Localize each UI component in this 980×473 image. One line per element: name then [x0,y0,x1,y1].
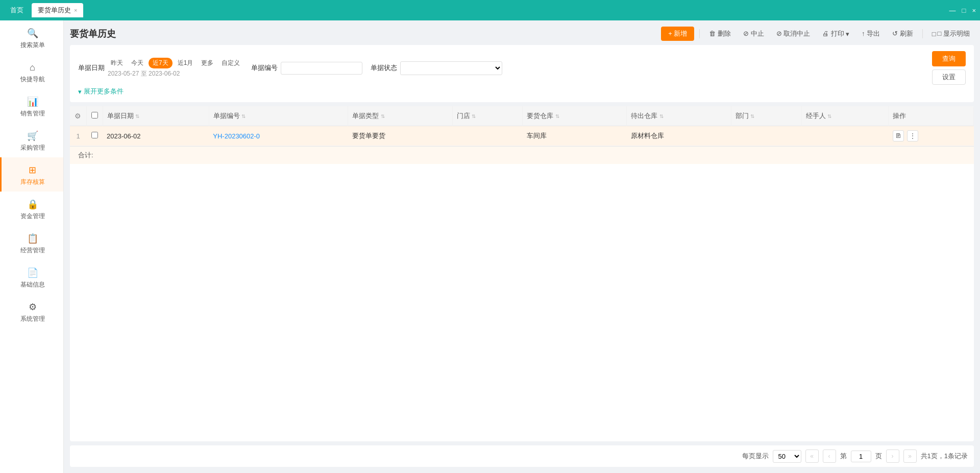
minimize-icon[interactable]: — [949,7,956,14]
close-tab-icon[interactable]: × [74,7,77,13]
row-date: 2023-06-02 [103,126,209,146]
filter-group-status: 单据状态 [371,61,502,75]
print-button[interactable]: 🖨 打印 ▾ [818,27,853,40]
sidebar-item-label-purchase: 采购管理 [20,144,45,152]
date-filter-label: 单据日期 [78,63,105,73]
col-sort-department-icon[interactable]: ⇅ [750,113,754,119]
tab-home-label: 首页 [10,6,23,15]
prev-page-btn[interactable]: ‹ [823,450,836,463]
shortcut-more[interactable]: 更多 [198,58,216,68]
row-reqwarehouse: 车间库 [523,126,627,146]
col-sort-doctype-icon[interactable]: ⇅ [381,113,385,119]
main-layout: 🔍 搜索菜单 ⌂ 快捷导航 📊 销售管理 🛒 采购管理 ⊞ 库存核算 🔒 资金管… [0,20,980,473]
toolbar-divider-2 [922,29,923,38]
select-all-checkbox[interactable] [91,112,98,119]
data-table: ⚙ 单据日期 ⇅ 单据编号 ⇅ [70,106,974,146]
col-settings[interactable]: ⚙ [70,106,86,126]
total-info: 共1页，1条记录 [921,452,968,461]
view-action-icon[interactable]: 🖹 [893,130,904,141]
toolbar: + 新增 🗑 删除 ⊘ 中止 ⊘ 取消中止 🖨 打印 ▾ ↑ 导出 ↺ 刷新 □… [661,27,974,41]
content-area: 要货单历史 + 新增 🗑 删除 ⊘ 中止 ⊘ 取消中止 🖨 打印 ▾ ↑ 导出 … [64,20,980,473]
expand-label: 展开更多条件 [84,87,124,96]
maximize-icon[interactable]: □ [962,7,966,14]
delete-button[interactable]: 🗑 删除 [705,27,735,40]
display-detail-label: □ 显示明细 [938,29,970,38]
row-num: 1 [70,126,86,146]
sidebar-item-label-search-menu: 搜索菜单 [20,41,45,50]
row-doctype: 要货单要货 [348,126,453,146]
tab-home[interactable]: 首页 [4,3,30,17]
sales-icon: 📊 [27,96,38,107]
display-detail-button[interactable]: □ □ 显示明细 [928,27,974,40]
filter-group-date: 单据日期 昨天 今天 近7天 近1月 更多 自定义 2023-05-27 至 2… [78,58,243,78]
shortcut-custom[interactable]: 自定义 [218,58,243,68]
col-header-actions-label: 操作 [893,112,906,120]
sidebar-item-label-operations: 经营管理 [20,246,45,255]
col-header-handler: 经手人 ⇅ [801,106,889,126]
window-controls: — □ × [949,7,976,14]
col-header-reqwarehouse: 要货仓库 ⇅ [523,106,627,126]
row-checkbox[interactable] [91,132,98,138]
col-sort-date-icon[interactable]: ⇅ [135,113,139,119]
row-pendingwarehouse: 原材料仓库 [627,126,731,146]
shortcut-1month[interactable]: 近1月 [175,58,197,68]
last-page-btn[interactable]: » [903,450,917,463]
date-range-text: 2023-05-27 至 2023-06-02 [108,69,243,78]
col-header-actions: 操作 [889,106,974,126]
sidebar-item-finance[interactable]: 🔒 资金管理 [0,192,63,226]
sidebar-item-system[interactable]: ⚙ 系统管理 [0,294,63,328]
new-button[interactable]: + 新增 [661,27,694,41]
page-input[interactable] [851,451,871,462]
more-action-icon[interactable]: ⋮ [907,130,918,141]
stop-button[interactable]: ⊘ 中止 [739,27,768,40]
tab-active[interactable]: 要货单历史 × [32,3,83,17]
sidebar-item-operations[interactable]: 📋 经营管理 [0,226,63,260]
toolbar-divider-1 [699,29,700,38]
col-checkbox[interactable] [86,106,103,126]
query-button[interactable]: 查询 [932,51,966,66]
query-buttons: 查询 设置 [932,51,966,85]
settings-button[interactable]: 设置 [932,69,966,85]
cancel-stop-button[interactable]: ⊘ 取消中止 [772,27,815,40]
row-checkbox-cell[interactable] [86,126,103,146]
shortcut-yesterday[interactable]: 昨天 [108,58,126,68]
print-icon: 🖨 打印 [822,29,844,38]
page-label: 第 [840,452,847,461]
sidebar-item-purchase[interactable]: 🛒 采购管理 [0,123,63,157]
col-sort-store-icon[interactable]: ⇅ [472,113,476,119]
sidebar-item-label-system: 系统管理 [20,315,45,323]
sidebar-item-basic-info[interactable]: 📄 基础信息 [0,260,63,294]
per-page-select[interactable]: 20 50 100 200 [773,450,801,463]
col-sort-handler-icon[interactable]: ⇅ [827,113,831,119]
col-header-date-label: 单据日期 [107,112,134,120]
col-header-store-label: 门店 [457,112,470,120]
sidebar-item-search-menu[interactable]: 🔍 搜索菜单 [0,20,63,55]
pagination: 每页显示 20 50 100 200 « ‹ 第 页 › » 共1页，1条记录 [70,445,974,467]
col-sort-pendingwarehouse-icon[interactable]: ⇅ [659,113,664,119]
action-icons: 🖹 ⋮ [893,130,970,141]
sidebar-item-label-quick-nav: 快捷导航 [20,75,45,84]
row-docnum-link[interactable]: YH-20230602-0 [213,132,260,140]
col-sort-reqwarehouse-icon[interactable]: ⇅ [555,113,559,119]
window-close-icon[interactable]: × [972,7,976,14]
table-footer: 合计: [70,146,974,164]
expand-more[interactable]: ▾ 展开更多条件 [78,87,966,96]
next-page-btn[interactable]: › [886,450,899,463]
sidebar-item-label-sales: 销售管理 [20,109,45,118]
sidebar-item-sales[interactable]: 📊 销售管理 [0,89,63,123]
shortcut-7days[interactable]: 近7天 [149,58,173,68]
system-icon: ⚙ [27,301,38,313]
row-docnum: YH-20230602-0 [209,126,348,146]
shortcut-today[interactable]: 今天 [128,58,146,68]
sidebar-item-quick-nav[interactable]: ⌂ 快捷导航 [0,55,63,89]
first-page-btn[interactable]: « [805,450,819,463]
refresh-button[interactable]: ↺ 刷新 [888,27,917,40]
expand-icon: ▾ [78,88,82,96]
docnum-input[interactable] [281,62,362,75]
col-sort-docnum-icon[interactable]: ⇅ [241,113,246,119]
sidebar-item-inventory[interactable]: ⊞ 库存核算 [0,157,63,192]
export-button[interactable]: ↑ 导出 [857,27,884,40]
date-filter-group: 昨天 今天 近7天 近1月 更多 自定义 2023-05-27 至 2023-0… [108,58,243,78]
col-settings-icon[interactable]: ⚙ [75,112,81,120]
status-select[interactable] [400,61,502,75]
